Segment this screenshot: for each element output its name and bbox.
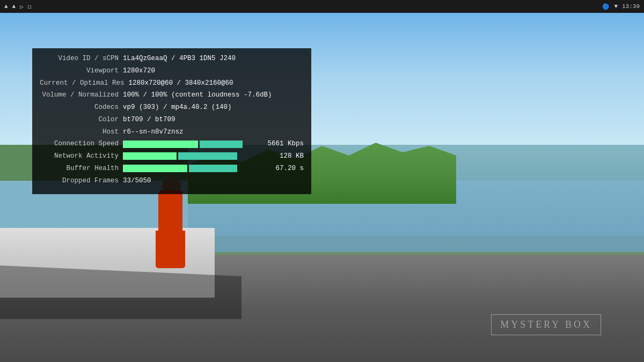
- stat-row-host: Host r6--sn-n8v7znsz: [40, 127, 304, 137]
- taskbar-right: 🔵 ▼ 13:39: [602, 3, 640, 10]
- buffer-health-bar2: [189, 165, 237, 172]
- stat-row-viewport: Viewport 1280x720: [40, 66, 304, 76]
- stat-label-network-activity: Network Activity: [40, 151, 123, 161]
- stat-value-volume: 100% / 100% (content loudness -7.6dB): [123, 90, 304, 100]
- stat-value-video-id: 1La4QzGeaaQ / 4PB3 1DN5 J240: [123, 54, 304, 64]
- stat-row-buffer-health: Buffer Health 67.20 s: [40, 164, 304, 174]
- bluetooth-icon: 🔵: [602, 3, 610, 10]
- stats-overlay: Video ID / sCPN 1La4QzGeaaQ / 4PB3 1DN5 …: [32, 48, 311, 194]
- stat-label-dropped-frames: Dropped Frames: [40, 176, 123, 186]
- stat-row-color: Color bt709 / bt709: [40, 115, 304, 125]
- connection-speed-bar2: [200, 141, 243, 148]
- stat-row-codecs: Codecs vp9 (303) / mp4a.40.2 (140): [40, 102, 304, 113]
- stat-label-buffer-health: Buffer Health: [40, 164, 123, 174]
- stat-label-video-id: Video ID / sCPN: [40, 54, 123, 64]
- buffer-health-bar-container: 67.20 s: [123, 164, 304, 174]
- stat-value-host: r6--sn-n8v7znsz: [123, 127, 304, 137]
- stat-row-video-id: Video ID / sCPN 1La4QzGeaaQ / 4PB3 1DN5 …: [40, 54, 304, 64]
- connection-speed-bars: [123, 141, 262, 148]
- stat-label-volume: Volume / Normalized: [40, 90, 123, 100]
- stat-label-viewport: Viewport: [40, 66, 123, 76]
- stat-value-codecs: vp9 (303) / mp4a.40.2 (140): [123, 102, 304, 113]
- stat-label-host: Host: [40, 127, 123, 137]
- stat-row-res: Current / Optimal Res 1280x720@60 / 3840…: [40, 78, 304, 88]
- taskbar-icon-2[interactable]: ▲: [12, 3, 16, 10]
- stat-row-connection-speed: Connection Speed 5661 Kbps: [40, 139, 304, 149]
- stat-value-color: bt709 / bt709: [123, 115, 304, 125]
- stat-value-viewport: 1280x720: [123, 66, 304, 76]
- taskbar-icon-1[interactable]: ▲: [4, 3, 8, 10]
- clock: 13:39: [622, 3, 640, 10]
- person-body: [158, 190, 182, 233]
- connection-speed-bar-container: 5661 Kbps: [123, 139, 304, 149]
- stat-label-res: Current / Optimal Res: [40, 78, 129, 88]
- taskbar: ▲ ▲ ▷ ◻ 🔵 ▼ 13:39: [0, 0, 644, 13]
- buffer-health-bar1: [123, 165, 187, 172]
- buffer-health-value: 67.20 s: [275, 164, 304, 174]
- stat-row-dropped-frames: Dropped Frames 33/5050: [40, 176, 304, 186]
- taskbar-left: ▲ ▲ ▷ ◻: [4, 3, 31, 10]
- network-activity-value: 128 KB: [280, 151, 304, 161]
- connection-speed-bar1: [123, 141, 198, 148]
- stat-row-network-activity: Network Activity 128 KB: [40, 151, 304, 161]
- watermark-text: MYSTERY BOX: [500, 319, 592, 330]
- network-activity-bars: [123, 152, 274, 160]
- stat-label-color: Color: [40, 115, 123, 125]
- person-legs: [156, 231, 185, 268]
- taskbar-icon-4[interactable]: ◻: [28, 3, 32, 10]
- stat-label-connection-speed: Connection Speed: [40, 139, 123, 149]
- watermark: MYSTERY BOX: [491, 314, 601, 335]
- buffer-health-bars: [123, 165, 270, 172]
- stat-label-codecs: Codecs: [40, 102, 123, 113]
- stat-value-dropped-frames: 33/5050: [123, 176, 304, 186]
- network-activity-bar-container: 128 KB: [123, 151, 304, 161]
- wifi-icon: ▼: [614, 3, 618, 10]
- taskbar-icon-3[interactable]: ▷: [20, 3, 24, 10]
- stat-value-res: 1280x720@60 / 3840x2160@60: [129, 78, 304, 88]
- network-activity-bar2: [178, 152, 237, 160]
- stat-row-volume: Volume / Normalized 100% / 100% (content…: [40, 90, 304, 100]
- connection-speed-value: 5661 Kbps: [267, 139, 304, 149]
- network-activity-bar1: [123, 152, 177, 160]
